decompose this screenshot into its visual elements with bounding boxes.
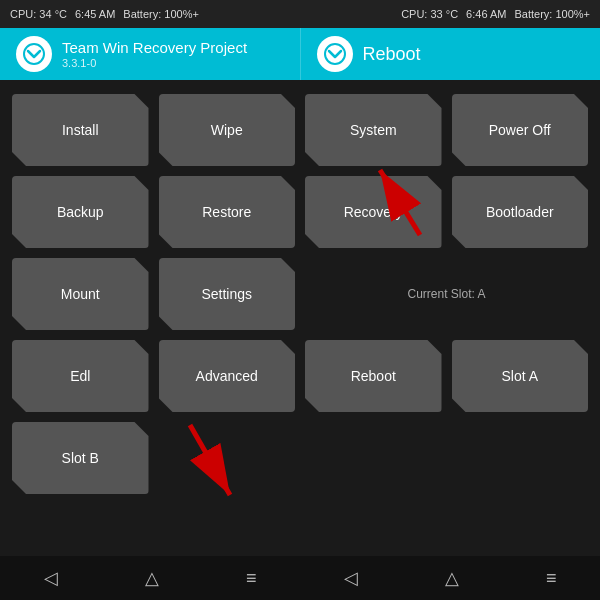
main-grid: Install Wipe System Power Off Backup Res… (0, 80, 600, 502)
title-bar: Team Win Recovery Project 3.3.1-0 Reboot (0, 28, 600, 80)
time-right: 6:46 AM (466, 8, 506, 20)
svg-point-0 (24, 44, 44, 64)
settings-button[interactable]: Settings (159, 258, 296, 330)
backup-button[interactable]: Backup (12, 176, 149, 248)
battery-left: Battery: 100%+ (123, 8, 199, 20)
cpu-left: CPU: 34 °C (10, 8, 67, 20)
current-slot-cell: Current Slot: A (305, 258, 588, 330)
status-bar: CPU: 34 °C 6:45 AM Battery: 100%+ CPU: 3… (0, 0, 600, 28)
slot-b-button[interactable]: Slot B (12, 422, 149, 494)
svg-point-1 (325, 44, 345, 64)
app-name: Team Win Recovery Project (62, 39, 247, 57)
nav-back-left[interactable]: ◁ (44, 567, 58, 589)
twrp-logo (16, 36, 52, 72)
power-off-button[interactable]: Power Off (452, 94, 589, 166)
time-left: 6:45 AM (75, 8, 115, 20)
current-slot-label: Current Slot: A (407, 287, 485, 301)
edl-button[interactable]: Edl (12, 340, 149, 412)
nav-menu-left[interactable]: ≡ (246, 568, 257, 589)
reboot-title: Reboot (363, 44, 421, 65)
wipe-button[interactable]: Wipe (159, 94, 296, 166)
mount-button[interactable]: Mount (12, 258, 149, 330)
nav-back-right[interactable]: ◁ (344, 567, 358, 589)
cpu-right: CPU: 33 °C (401, 8, 458, 20)
slot-a-button[interactable]: Slot A (452, 340, 589, 412)
reboot-button[interactable]: Reboot (305, 340, 442, 412)
bootloader-button[interactable]: Bootloader (452, 176, 589, 248)
nav-home-left[interactable]: △ (145, 567, 159, 589)
twrp-logo-right (317, 36, 353, 72)
advanced-button[interactable]: Advanced (159, 340, 296, 412)
restore-button[interactable]: Restore (159, 176, 296, 248)
battery-right: Battery: 100%+ (514, 8, 590, 20)
nav-home-right[interactable]: △ (445, 567, 459, 589)
app-version: 3.3.1-0 (62, 57, 247, 69)
nav-menu-right[interactable]: ≡ (546, 568, 557, 589)
recovery-button[interactable]: Recovery (305, 176, 442, 248)
bottom-nav: ◁ △ ≡ ◁ △ ≡ (0, 556, 600, 600)
install-button[interactable]: Install (12, 94, 149, 166)
system-button[interactable]: System (305, 94, 442, 166)
